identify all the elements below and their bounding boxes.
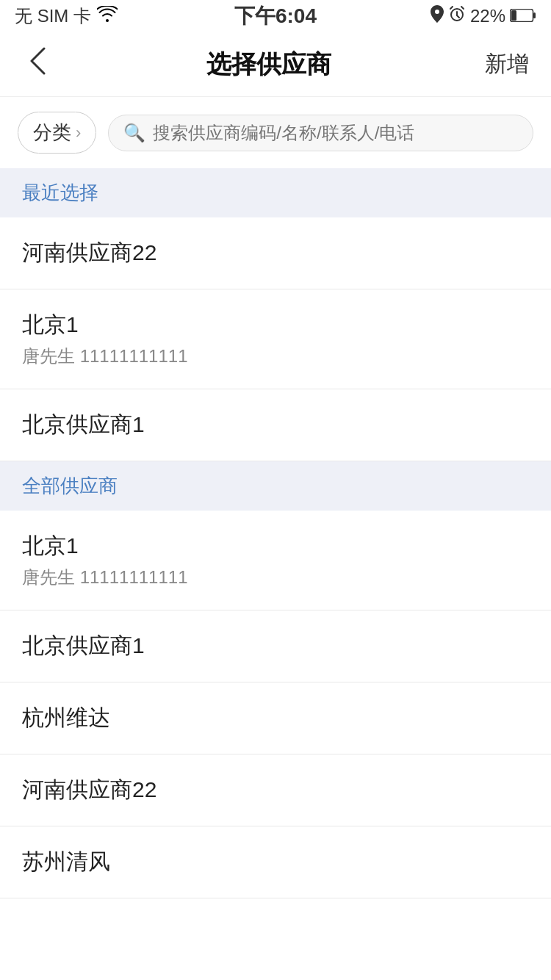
recent-list-item[interactable]: 北京1唐先生 11111111111 bbox=[0, 289, 551, 389]
battery-icon bbox=[510, 6, 536, 26]
search-icon: 🔍 bbox=[123, 123, 145, 143]
status-left: 无 SIM 卡 bbox=[15, 4, 118, 28]
item-name: 北京供应商1 bbox=[22, 410, 529, 440]
recent-list-item[interactable]: 北京供应商1 bbox=[0, 389, 551, 461]
item-name: 河南供应商22 bbox=[22, 775, 529, 805]
battery-percentage: 22% bbox=[470, 6, 505, 26]
recent-list-item[interactable]: 河南供应商22 bbox=[0, 217, 551, 289]
recent-section-header: 最近选择 bbox=[0, 168, 551, 217]
filter-bar: 分类 › 🔍 bbox=[0, 97, 551, 168]
nav-bar: 选择供应商 新增 bbox=[0, 32, 551, 97]
all-list-item[interactable]: 苏州清风 bbox=[0, 826, 551, 898]
status-bar: 无 SIM 卡 下午6:04 22% bbox=[0, 0, 551, 32]
search-box: 🔍 bbox=[108, 115, 533, 151]
carrier-label: 无 SIM 卡 bbox=[15, 4, 91, 28]
chevron-right-icon: › bbox=[76, 123, 81, 143]
item-sub: 唐先生 11111111111 bbox=[22, 566, 529, 589]
svg-rect-3 bbox=[533, 12, 536, 18]
category-label: 分类 bbox=[33, 120, 71, 145]
category-button[interactable]: 分类 › bbox=[18, 112, 96, 154]
item-name: 杭州维达 bbox=[22, 703, 529, 733]
add-button[interactable]: 新增 bbox=[485, 49, 529, 79]
wifi-icon bbox=[97, 6, 118, 26]
alarm-icon bbox=[448, 5, 466, 27]
all-list-item[interactable]: 北京供应商1 bbox=[0, 610, 551, 682]
item-name: 河南供应商22 bbox=[22, 238, 529, 268]
item-name: 北京1 bbox=[22, 531, 529, 561]
page-title: 选择供应商 bbox=[206, 48, 331, 82]
all-section-header: 全部供应商 bbox=[0, 461, 551, 511]
all-list-item[interactable]: 北京1唐先生 11111111111 bbox=[0, 511, 551, 610]
item-name: 北京1 bbox=[22, 310, 529, 340]
location-icon bbox=[431, 5, 444, 27]
all-items-list: 北京1唐先生 11111111111北京供应商1杭州维达河南供应商22苏州清风 bbox=[0, 511, 551, 898]
back-button[interactable] bbox=[22, 40, 53, 89]
svg-rect-2 bbox=[511, 10, 516, 21]
all-list-item[interactable]: 河南供应商22 bbox=[0, 754, 551, 826]
recent-items-list: 河南供应商22北京1唐先生 11111111111北京供应商1 bbox=[0, 217, 551, 461]
item-name: 北京供应商1 bbox=[22, 631, 529, 661]
item-sub: 唐先生 11111111111 bbox=[22, 345, 529, 368]
status-time: 下午6:04 bbox=[234, 2, 317, 30]
search-input[interactable] bbox=[153, 123, 518, 143]
item-name: 苏州清风 bbox=[22, 847, 529, 877]
status-right: 22% bbox=[431, 5, 536, 27]
all-list-item[interactable]: 杭州维达 bbox=[0, 682, 551, 754]
